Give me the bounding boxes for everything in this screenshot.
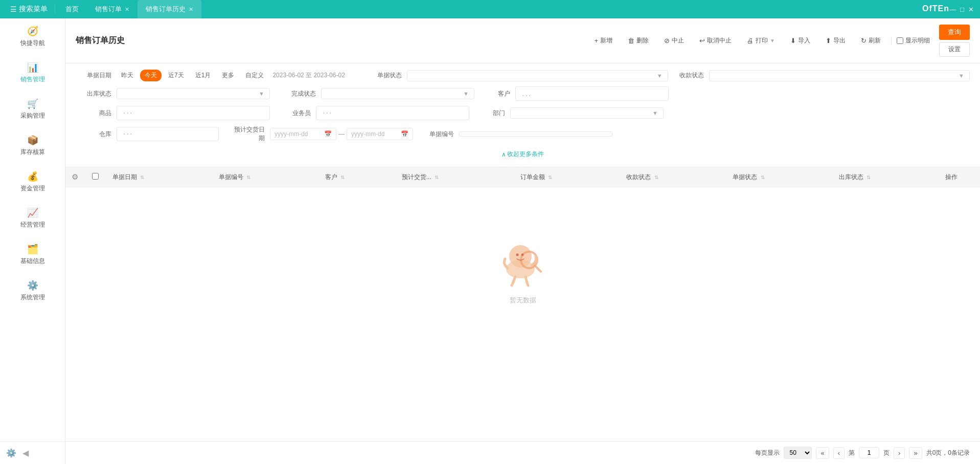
customer-input[interactable]: ... xyxy=(515,86,669,101)
delivery-end-value: yyyy-mm-dd xyxy=(351,130,384,138)
product-input[interactable]: ··· xyxy=(117,106,270,120)
btn-query[interactable]: 查询 xyxy=(939,25,970,40)
btn-stop[interactable]: ⊘ 中止 xyxy=(659,34,689,48)
empty-state-row: 暂无数据 xyxy=(65,187,980,346)
filter-row-4: 仓库 ··· 预计交货日期 yyyy-mm-dd 📅 — yyyy-mm-dd … xyxy=(76,125,970,143)
th-delivery: 预计交货... ⇅ xyxy=(396,167,514,187)
filter-row-3: 商品 ··· 业务员 ··· 部门 ▼ xyxy=(76,106,970,120)
btn-import[interactable]: ⬇ 导入 xyxy=(785,34,815,48)
receipt-status-label: 收款状态 xyxy=(668,71,709,80)
sidebar-item-operations[interactable]: 📈 经营管理 xyxy=(0,200,65,236)
delivery-date-label: 预计交货日期 xyxy=(229,125,270,143)
btn-refresh-label: 刷新 xyxy=(869,36,881,45)
btn-print-label: 打印 xyxy=(756,36,768,45)
date-btn-yesterday[interactable]: 昨天 xyxy=(117,70,138,81)
maximize-btn[interactable]: □ xyxy=(960,6,964,13)
sidebar-bottom: ⚙️ ◀ xyxy=(0,441,65,464)
collapse-up-icon: ∧ xyxy=(502,151,506,158)
last-page-btn[interactable]: » xyxy=(909,447,922,459)
th-bill-status-sort[interactable]: ⇅ xyxy=(761,174,765,180)
first-page-btn[interactable]: « xyxy=(816,447,829,459)
filter-row-2: 出库状态 ▼ 完成状态 ▼ 客户 ... xyxy=(76,86,970,101)
salesperson-input[interactable]: ··· xyxy=(316,106,469,120)
sidebar-item-purchase[interactable]: 🛒 采购管理 xyxy=(0,91,65,127)
page-number-input[interactable] xyxy=(859,447,879,458)
finance-icon: 💰 xyxy=(27,171,38,182)
bill-status-select[interactable]: ▼ xyxy=(407,70,668,81)
per-page-select[interactable]: 50 20 100 xyxy=(784,447,812,459)
th-amount-sort[interactable]: ⇅ xyxy=(548,174,552,180)
sidebar-item-basic[interactable]: 🗂️ 基础信息 xyxy=(0,236,65,273)
tab-sales-history-label: 销售订单历史 xyxy=(146,5,186,14)
btn-new[interactable]: + 新增 xyxy=(589,34,618,48)
svg-line-3 xyxy=(535,266,541,272)
delivery-start-input[interactable]: yyyy-mm-dd 📅 xyxy=(270,128,336,140)
department-chevron: ▼ xyxy=(652,110,658,116)
date-btn-today[interactable]: 今天 xyxy=(140,70,162,81)
operations-icon: 📈 xyxy=(27,207,38,218)
date-btn-7days[interactable]: 近7天 xyxy=(164,70,189,81)
tab-home[interactable]: 首页 xyxy=(57,0,87,18)
bill-status-chevron: ▼ xyxy=(657,73,663,79)
sidebar-item-quicknav[interactable]: 🧭 快捷导航 xyxy=(0,18,65,55)
date-quick-btns: 昨天 今天 近7天 近1月 更多 自定义 xyxy=(117,70,268,81)
collapse-label: 收起更多条件 xyxy=(507,150,544,159)
svg-point-4 xyxy=(516,254,518,256)
complete-status-select[interactable]: ▼ xyxy=(321,88,474,99)
btn-settings[interactable]: 设置 xyxy=(939,42,970,57)
receipt-status-select[interactable]: ▼ xyxy=(709,70,970,81)
btn-refresh[interactable]: ↻ 刷新 xyxy=(856,34,886,48)
date-btn-custom[interactable]: 自定义 xyxy=(241,70,268,81)
th-number-sort[interactable]: ⇅ xyxy=(246,174,250,180)
btn-import-label: 导入 xyxy=(798,36,810,45)
department-select[interactable]: ▼ xyxy=(510,107,664,119)
th-delivery-sort[interactable]: ⇅ xyxy=(435,174,439,180)
brand-text: OfTEn xyxy=(922,4,949,13)
bill-number-input[interactable] xyxy=(459,131,612,137)
sidebar-item-system[interactable]: ⚙️ 系统管理 xyxy=(0,273,65,309)
basic-icon: 🗂️ xyxy=(27,244,38,255)
btn-cancel-stop[interactable]: ↩ 取消中止 xyxy=(694,34,737,48)
search-menu[interactable]: ☰ 搜索菜单 xyxy=(6,5,55,14)
date-btn-1month[interactable]: 近1月 xyxy=(191,70,216,81)
delivery-end-input[interactable]: yyyy-mm-dd 📅 xyxy=(347,128,413,140)
collapse-filters-btn[interactable]: ∧ 收起更多条件 xyxy=(76,148,970,161)
sidebar-item-basic-label: 基础信息 xyxy=(20,257,45,266)
sidebar-collapse-icon[interactable]: ◀ xyxy=(22,448,29,458)
th-receipt-status-sort[interactable]: ⇅ xyxy=(654,174,658,180)
detail-checkbox-input[interactable] xyxy=(897,37,903,44)
tab-sales-history-close[interactable]: ✕ xyxy=(189,6,193,13)
btn-delete[interactable]: 🗑 删除 xyxy=(623,34,654,48)
table-settings-icon[interactable]: ⚙ xyxy=(72,172,78,181)
th-ship-status-sort[interactable]: ⇅ xyxy=(867,174,871,180)
th-date-sort[interactable]: ⇅ xyxy=(140,174,144,180)
sidebar-item-inventory-label: 库存核算 xyxy=(20,148,45,157)
svg-point-1 xyxy=(509,245,532,268)
display-detail-checkbox[interactable]: 显示明细 xyxy=(897,36,930,45)
tab-sales-order[interactable]: 销售订单 ✕ xyxy=(87,0,138,18)
select-all-checkbox[interactable] xyxy=(92,173,99,180)
empty-illustration xyxy=(492,228,554,290)
page-title: 销售订单历史 xyxy=(76,35,125,46)
btn-export[interactable]: ⬆ 导出 xyxy=(821,34,851,48)
per-page-label: 每页显示 xyxy=(755,449,780,457)
next-page-btn[interactable]: › xyxy=(894,447,905,459)
bill-status-label: 单据状态 xyxy=(366,71,407,80)
btn-print[interactable]: 🖨 打印 ▼ xyxy=(742,34,780,48)
sidebar-settings-icon[interactable]: ⚙️ xyxy=(6,448,16,458)
th-number-label: 单据编号 xyxy=(219,173,243,181)
prev-page-btn[interactable]: ‹ xyxy=(833,447,845,459)
sidebar-item-sales[interactable]: 📊 销售管理 xyxy=(0,55,65,91)
sidebar-item-system-label: 系统管理 xyxy=(20,293,45,302)
ship-status-select[interactable]: ▼ xyxy=(117,88,270,99)
date-btn-more[interactable]: 更多 xyxy=(217,70,239,81)
sidebar-item-inventory[interactable]: 📦 库存核算 xyxy=(0,127,65,164)
close-btn[interactable]: ✕ xyxy=(968,6,974,13)
warehouse-input[interactable]: ··· xyxy=(117,127,219,141)
ship-status-chevron: ▼ xyxy=(259,91,264,97)
tab-sales-history[interactable]: 销售订单历史 ✕ xyxy=(138,0,201,18)
minimize-btn[interactable]: — xyxy=(949,6,956,13)
tab-sales-order-close[interactable]: ✕ xyxy=(125,6,129,13)
sidebar-item-finance[interactable]: 💰 资金管理 xyxy=(0,164,65,200)
th-customer-sort[interactable]: ⇅ xyxy=(340,174,345,180)
